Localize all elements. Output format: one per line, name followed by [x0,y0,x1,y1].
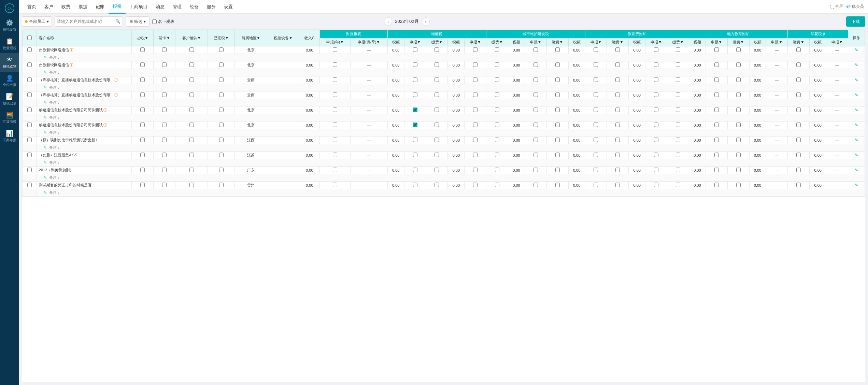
edit-icon[interactable]: ✎ [855,108,858,113]
note-content-cell[interactable]: ✎ 备注： [37,114,848,122]
local-declare2-cell: — [766,152,788,159]
sidebar-item-annual-report[interactable]: 📊 工商年报 [0,127,19,145]
named-checkbox-label[interactable]: 名下税表 [152,19,174,25]
vip-btn[interactable]: 💎 稳会员 [846,4,864,10]
row-checkbox[interactable] [27,47,32,52]
row-checkbox-cell[interactable] [23,182,37,189]
nav-invoices[interactable]: 票据 [74,0,91,14]
action-cell[interactable]: ✎ [848,61,865,69]
row-checkbox[interactable] [27,92,32,97]
action-cell[interactable]: ✎ [848,76,865,84]
row-checkbox-cell[interactable] [23,91,37,99]
edit-icon[interactable]: ✎ [855,77,858,83]
note-row: ✎ 备注： [23,189,865,197]
row-checkbox[interactable] [27,138,32,142]
stamp-declare-cell: — [826,167,848,174]
edit-icon[interactable]: ✎ [855,183,858,188]
note-content-cell[interactable]: ✎ 备注： [37,84,848,91]
row-checkbox[interactable] [27,108,32,112]
row-checkbox-cell[interactable] [23,152,37,159]
sidebar-item-tax-settings[interactable]: ⚙️ 报税设置 [0,16,19,35]
employee-select[interactable]: 全部员工 ▾ [22,16,52,27]
edu-amount-cell: 0.00 [629,122,645,129]
note-edit-icon: ✎ [44,145,47,149]
select-all-checkbox[interactable] [27,35,32,40]
sidebar-item-personal-tax[interactable]: 👤 个税申报 [0,72,19,90]
note-content-cell[interactable]: ✎ 备注： [37,129,848,137]
action-cell[interactable]: ✎ [848,122,865,129]
note-content-cell[interactable]: ✎ 备注： [37,189,848,197]
row-checkbox[interactable] [27,62,32,67]
prev-month-button[interactable]: ‹ [384,17,392,26]
row-checkbox-cell[interactable] [23,61,37,69]
sidebar-item-tax-records[interactable]: 📝 报税记录 [0,90,19,109]
sidebar-item-tax-overview[interactable]: 👁 报税览览 [0,53,19,72]
edit-icon[interactable]: ✎ [855,153,858,158]
filter-dropdown-icon: ▾ [144,19,146,24]
edu-pay2-cell [667,182,689,189]
nav-settings[interactable]: 设置 [220,0,237,14]
note-action-cell [848,69,865,76]
row-checkbox[interactable] [27,183,32,187]
edit-icon[interactable]: ✎ [855,62,858,68]
nav-services[interactable]: 服务 [203,0,220,14]
city-amount-cell: 0.00 [508,61,525,69]
nav-projects[interactable]: 工商项目 [126,0,152,14]
nav-billing[interactable]: 收费 [57,0,74,14]
sidebar-item-reconciliation[interactable]: 🧮 汇算清缴 [0,109,19,127]
vat-declare2-cell [465,61,486,69]
filter-button[interactable]: ⊞ 筛选 ▾ [126,16,150,27]
tax-device-cell [267,167,299,174]
action-cell[interactable]: ✎ [848,182,865,189]
next-month-button[interactable]: › [422,17,430,26]
action-cell[interactable]: ✎ [848,152,865,159]
nav-management[interactable]: 管理 [169,0,186,14]
row-checkbox[interactable] [27,123,32,127]
row-checkbox-cell[interactable] [23,137,37,144]
search-input[interactable] [57,19,115,24]
note-content-cell[interactable]: ✎ 备注： [37,54,848,61]
download-button[interactable]: 下载 [846,16,865,27]
named-checkbox[interactable] [152,19,157,24]
local-amount2-cell: 0.00 [749,182,766,189]
tax-records-icon: 📝 [6,93,13,100]
nav-home[interactable]: 首页 [23,0,40,14]
tax-device-cell [267,106,299,114]
local-declare-cell [706,76,727,84]
action-cell[interactable]: ✎ [848,137,865,144]
nav-clients[interactable]: 客户 [40,0,57,14]
note-content-cell[interactable]: ✎ 备注： [37,99,848,106]
action-cell[interactable]: ✎ [848,46,865,54]
edit-icon[interactable]: ✎ [855,168,858,173]
row-checkbox-cell[interactable] [23,122,37,129]
row-checkbox-cell[interactable] [23,76,37,84]
row-checkbox-cell[interactable] [23,167,37,174]
sidebar-item-batch-tax[interactable]: 📋 批量报税 [0,35,19,53]
vat-declare2-cell [465,91,486,99]
action-cell[interactable]: ✎ [848,167,865,174]
report-year-cell [320,46,350,54]
fullscreen-btn[interactable]: ⛶ 全屏 [830,4,843,10]
nav-operations[interactable]: 经营 [186,0,203,14]
row-checkbox-cell[interactable] [23,106,37,114]
local-amount-cell: 0.00 [689,152,706,159]
edit-icon[interactable]: ✎ [855,123,858,128]
row-checkbox[interactable] [27,153,32,157]
row-checkbox[interactable] [27,77,32,82]
note-content-cell[interactable]: ✎ 备注： [37,69,848,76]
nav-bookkeeping[interactable]: 记账 [91,0,109,14]
row-checkbox-cell[interactable] [23,46,37,54]
action-cell[interactable]: ✎ [848,91,865,99]
edit-icon[interactable]: ✎ [855,47,858,53]
edit-icon[interactable]: ✎ [855,92,858,98]
nav-tax[interactable]: 报税 [109,0,126,14]
note-content-cell[interactable]: ✎ 备注： [37,144,848,152]
search-box[interactable]: 🔍 [55,16,123,27]
edit-icon[interactable]: ✎ [855,138,858,143]
note-content-cell[interactable]: ✎ 备注： [37,159,848,167]
client-confirm-cell [175,61,208,69]
row-checkbox[interactable] [27,168,32,172]
action-cell[interactable]: ✎ [848,106,865,114]
nav-messages[interactable]: 消息 [152,0,169,14]
note-content-cell[interactable]: ✎ 备注： [37,174,848,182]
